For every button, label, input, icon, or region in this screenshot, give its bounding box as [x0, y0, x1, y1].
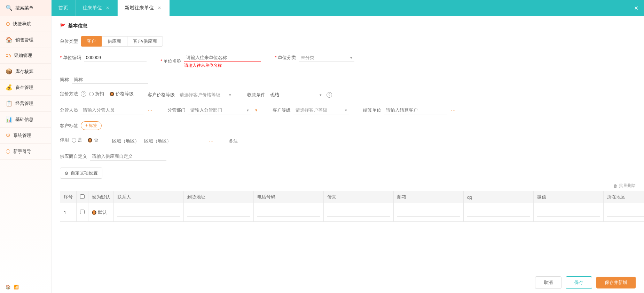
disable-region-row: 停用 是 否 区域（地区） ··· 备注	[60, 137, 636, 145]
settlement-unit-input[interactable]	[384, 106, 447, 114]
unit-type-supplier[interactable]: 供应商	[102, 36, 127, 47]
sidebar-bottom-icon1: 🏠	[6, 285, 11, 290]
unit-name-with-error: 请输入往来单位名称	[184, 54, 261, 68]
sidebar-item-finance[interactable]: 💰 资金管理	[0, 80, 51, 96]
disable-field: 停用 是 否	[60, 137, 98, 143]
cell-address[interactable]	[184, 203, 254, 222]
pricing-discount-radio[interactable]	[89, 92, 94, 96]
unit-name-input[interactable]	[184, 54, 261, 62]
unit-category-select-wrapper: 未分类	[299, 54, 354, 62]
sidebar-item-purchase[interactable]: 🛍 采购管理	[0, 48, 51, 64]
region-more-btn[interactable]: ···	[207, 138, 215, 144]
unit-code-input[interactable]	[84, 54, 147, 62]
contacts-table: 序号 设为默认 联系人 到货地址 电话号码 传真 邮箱 qq 微信 所在地区 操…	[60, 191, 644, 222]
unit-type-group: 客户 供应商 客户/供应商	[81, 36, 163, 47]
select-all-checkbox[interactable]	[80, 194, 85, 199]
wechat-input[interactable]	[537, 208, 600, 217]
department-more-btn[interactable]: ▾	[254, 108, 259, 113]
customer-price-level-select[interactable]: 请选择客户价格等级	[178, 91, 233, 99]
sidebar-item-sales[interactable]: 🏠 销售管理	[0, 32, 51, 48]
system-icon: ⚙	[6, 132, 10, 139]
footer-bar: 取消 保存 保存并新增	[52, 272, 644, 293]
supplier-custom-input[interactable]	[90, 152, 166, 161]
short-name-row: 简称	[60, 75, 636, 84]
save-button[interactable]: 保存	[566, 276, 592, 289]
cell-qq[interactable]	[464, 203, 534, 222]
unit-category-label: 单位分类	[275, 55, 296, 61]
short-name-input[interactable]	[72, 75, 148, 84]
sidebar-item-system[interactable]: ⚙ 系统管理	[0, 128, 51, 144]
save-and-new-button[interactable]: 保存并新增	[596, 277, 636, 288]
pricing-level-radio[interactable]	[110, 92, 114, 96]
disable-no-option[interactable]: 否	[88, 137, 98, 143]
region-row-input[interactable]	[607, 208, 644, 217]
email-input[interactable]	[397, 208, 460, 217]
tag-label: 客户标签	[60, 123, 78, 129]
basic-icon: 📊	[6, 116, 13, 123]
cell-wechat[interactable]	[534, 203, 604, 222]
custom-settings-button[interactable]: ⚙ 自定义项设置	[60, 168, 102, 179]
batch-delete-label: 批量删除	[619, 183, 636, 189]
sidebar-item-search[interactable]: 🔍 搜索菜单	[0, 0, 51, 16]
cell-phone[interactable]	[254, 203, 324, 222]
default-radio-label[interactable]: 默认	[92, 209, 110, 215]
payment-terms-select[interactable]: 现结	[268, 91, 324, 99]
department-label: 分管部门	[167, 107, 186, 113]
sidebar-item-label: 销售管理	[15, 37, 33, 43]
cancel-button[interactable]: 取消	[535, 276, 561, 289]
contact-input[interactable]	[117, 208, 180, 217]
phone-input[interactable]	[257, 208, 320, 217]
manager-input[interactable]	[81, 106, 143, 114]
col-contact: 联系人	[114, 191, 184, 203]
remark-input[interactable]	[241, 137, 317, 145]
pricing-method-label: 定价方法	[60, 91, 78, 97]
sidebar-item-operations[interactable]: 📋 经营管理	[0, 96, 51, 112]
settlement-more-btn[interactable]: ···	[449, 107, 457, 113]
customer-level-label: 客户等级	[273, 107, 291, 113]
tag-row: 客户标签 + 标签	[60, 121, 636, 130]
unit-type-customer[interactable]: 客户	[81, 36, 102, 47]
unit-category-select[interactable]: 未分类	[299, 54, 354, 62]
cell-region[interactable]	[604, 203, 644, 222]
pricing-help-icon[interactable]: ?	[81, 91, 86, 97]
sidebar-item-inventory[interactable]: 📦 库存核算	[0, 64, 51, 80]
settlement-unit-field: 结算单位 ···	[363, 106, 457, 114]
sidebar-item-label: 快捷导航	[13, 21, 31, 27]
disable-yes-radio[interactable]	[72, 138, 76, 143]
fax-input[interactable]	[327, 208, 390, 217]
tab-partners[interactable]: 往来单位 ✕	[76, 0, 118, 16]
sidebar-item-newguide[interactable]: ⬡ 新手引导	[0, 144, 51, 160]
sidebar-item-quicknav[interactable]: ⊙ 快捷导航	[0, 16, 51, 32]
cell-email[interactable]	[394, 203, 464, 222]
payment-terms-help-icon[interactable]: ?	[327, 92, 332, 98]
cell-contact[interactable]	[114, 203, 184, 222]
col-fax: 传真	[324, 191, 394, 203]
tab-new-partner[interactable]: 新增往来单位 ✕	[118, 0, 170, 16]
add-tag-button[interactable]: + 标签	[81, 121, 102, 130]
sidebar-item-basic[interactable]: 📊 基础信息	[0, 112, 51, 128]
manager-more-btn[interactable]: ···	[146, 107, 154, 113]
disable-yes-option[interactable]: 是	[72, 137, 82, 143]
disable-no-radio[interactable]	[88, 138, 92, 143]
region-input[interactable]	[142, 137, 205, 145]
cell-checkbox[interactable]	[77, 203, 88, 222]
address-input[interactable]	[187, 208, 250, 217]
default-radio[interactable]	[92, 210, 96, 215]
department-input[interactable]	[188, 106, 251, 114]
tab-new-partner-close[interactable]: ✕	[157, 5, 162, 11]
table-row: 1 默认	[60, 203, 644, 222]
tab-partners-close[interactable]: ✕	[105, 5, 110, 11]
customer-level-select[interactable]: 请选择客户等级	[293, 106, 349, 114]
unit-type-both[interactable]: 客户/供应商	[127, 36, 163, 47]
qq-input[interactable]	[467, 208, 530, 217]
quicknav-icon: ⊙	[6, 21, 10, 27]
customer-level-field: 客户等级 请选择客户等级	[273, 106, 349, 114]
pricing-discount-option[interactable]: 折扣	[89, 91, 104, 97]
close-all-button[interactable]: ✕	[628, 0, 644, 16]
pricing-level-option[interactable]: 价格等级	[110, 91, 134, 97]
sidebar-item-label: 经营管理	[15, 100, 33, 107]
row-checkbox[interactable]	[80, 210, 85, 214]
newguide-icon: ⬡	[6, 148, 10, 155]
tab-home[interactable]: 首页	[52, 0, 76, 16]
cell-fax[interactable]	[324, 203, 394, 222]
